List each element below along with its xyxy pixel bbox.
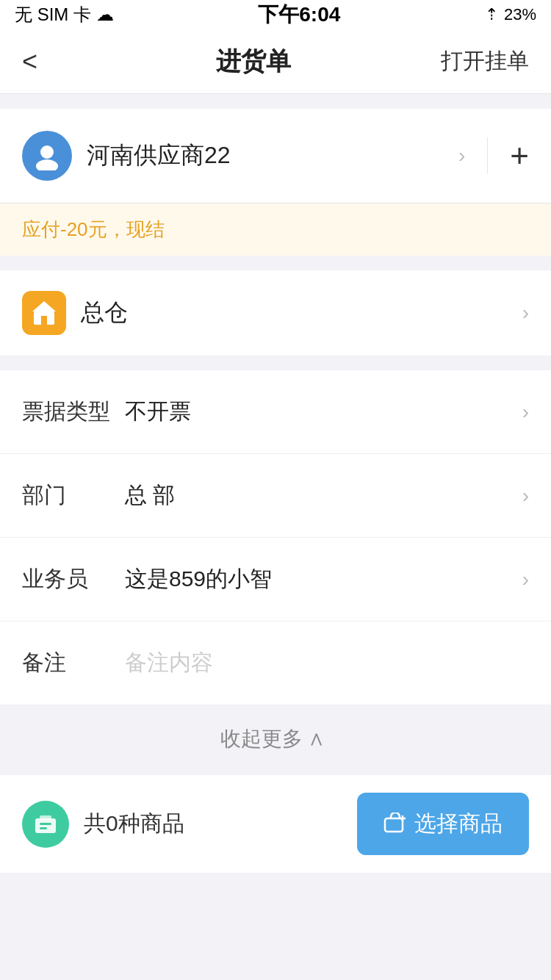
collapse-label: 收起更多 ∧ [220, 725, 325, 753]
department-chevron-icon: › [522, 484, 529, 508]
open-pending-button[interactable]: 打开挂单 [441, 46, 529, 76]
add-supplier-button[interactable]: + [510, 137, 529, 174]
svg-point-0 [40, 145, 54, 159]
fill-area [0, 873, 551, 980]
warehouse-icon [22, 291, 66, 335]
bottom-bar: 共0种商品 选择商品 [0, 775, 551, 873]
notice-bar: 应付-20元，现结 [0, 203, 551, 256]
svg-rect-4 [41, 316, 47, 325]
remark-label: 备注 [22, 648, 125, 678]
salesman-chevron-icon: › [522, 568, 529, 591]
select-product-button[interactable]: 选择商品 [357, 793, 529, 855]
form-section: 票据类型 不开票 › 部门 总 部 › 业务员 这是859的小智 › 备注 备注… [0, 370, 551, 705]
back-button[interactable]: < [22, 46, 66, 77]
status-left: 无 SIM 卡 ☁ [15, 3, 114, 26]
salesman-label: 业务员 [22, 564, 125, 594]
warehouse-row[interactable]: 总仓 › [0, 270, 551, 356]
invoice-type-chevron-icon: › [522, 400, 529, 424]
signal-text: 无 SIM 卡 ☁ [15, 3, 114, 26]
product-count-text: 共0种商品 [84, 809, 357, 839]
remark-row[interactable]: 备注 备注内容 [0, 621, 551, 705]
invoice-type-value: 不开票 [125, 397, 522, 427]
product-icon [22, 801, 69, 848]
collapse-button[interactable]: 收起更多 ∧ [0, 705, 551, 774]
svg-rect-9 [385, 818, 403, 832]
supplier-row[interactable]: 河南供应商22 › + [0, 109, 551, 203]
battery-icon: ⇡ [485, 5, 498, 24]
svg-rect-5 [35, 818, 56, 833]
svg-marker-3 [32, 301, 56, 311]
status-time: 下午6:04 [258, 1, 340, 29]
supplier-avatar [22, 131, 72, 181]
department-label: 部门 [22, 480, 125, 511]
department-value: 总 部 [125, 480, 522, 511]
supplier-chevron-icon: › [458, 144, 465, 167]
content: 河南供应商22 › + 应付-20元，现结 总仓 › 票据类型 不开票 › [0, 109, 551, 980]
divider [487, 137, 488, 174]
cart-icon [383, 813, 407, 836]
invoice-type-row[interactable]: 票据类型 不开票 › [0, 370, 551, 454]
svg-rect-6 [40, 815, 51, 820]
warehouse-name: 总仓 [81, 297, 522, 329]
salesman-value: 这是859的小智 [125, 564, 522, 594]
supplier-name: 河南供应商22 [87, 140, 458, 172]
svg-point-1 [36, 159, 58, 170]
battery-level: 23% [504, 5, 536, 24]
department-row[interactable]: 部门 总 部 › [0, 454, 551, 538]
warehouse-section[interactable]: 总仓 › [0, 270, 551, 356]
remark-input[interactable]: 备注内容 [125, 648, 529, 678]
select-product-label: 选择商品 [414, 809, 503, 839]
invoice-type-label: 票据类型 [22, 397, 125, 427]
nav-bar: < 进货单 打开挂单 [0, 29, 551, 94]
svg-rect-8 [40, 827, 47, 829]
status-bar: 无 SIM 卡 ☁ 下午6:04 ⇡ 23% [0, 0, 551, 29]
page-title: 进货单 [216, 45, 291, 79]
warehouse-chevron-icon: › [522, 301, 529, 325]
svg-rect-7 [40, 823, 51, 825]
supplier-section: 河南供应商22 › + 应付-20元，现结 [0, 109, 551, 256]
salesman-row[interactable]: 业务员 这是859的小智 › [0, 538, 551, 621]
status-right: ⇡ 23% [485, 5, 536, 24]
